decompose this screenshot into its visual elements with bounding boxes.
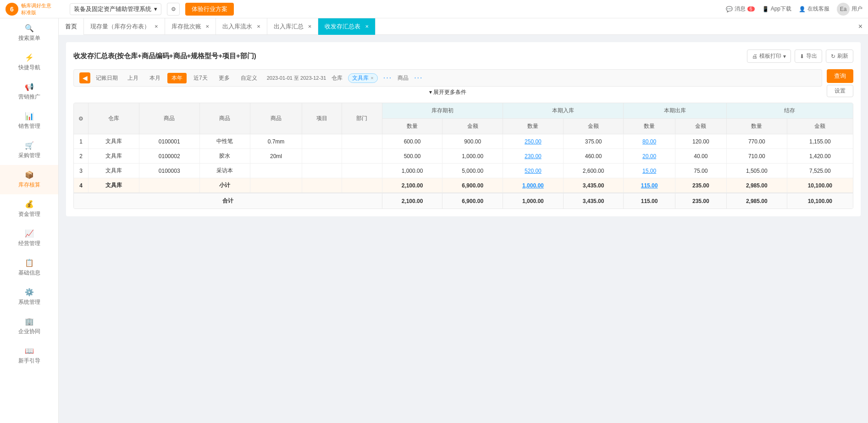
system-dropdown[interactable]: 装备及固定资产辅助管理系统 ▾ [70,3,161,15]
row-bal-amt: 7,525.00 [787,164,853,178]
tab-inout-summary-close[interactable]: × [308,23,312,30]
row-begin-amt: 900.00 [442,134,503,149]
sidebar-item-guide[interactable]: 📖 新手引导 [0,341,58,370]
row-out-amt: 40.00 [675,149,726,164]
tab-bar: 首页 现存量（库存分布表） × 库存批次账 × 出入库流水 × 出入库汇总 × … [59,18,868,35]
row-num: 4 [74,178,88,193]
th-dept: 部门 [342,103,382,134]
trial-button[interactable]: 体验行业方案 [185,3,234,16]
footer-out-qty: 115.00 [624,193,675,209]
tab-inout-flow[interactable]: 出入库流水 × [216,18,267,35]
th-out-qty: 数量 [624,119,675,134]
sidebar-label-quicknav: 快捷导航 [18,64,40,71]
tab-inventory-dist-close[interactable]: × [155,23,158,30]
sidebar-item-purchase[interactable]: 🛒 采购管理 [0,136,58,165]
filter-settings-btn[interactable]: 设置 [827,85,853,97]
date-btn-7days[interactable]: 近7天 [189,73,212,83]
export-btn[interactable]: ⬇ 导出 [795,49,822,63]
th-spec: 商品 [250,103,302,134]
row-in-qty[interactable]: 520.00 [503,164,564,178]
date-btn-this-year[interactable]: 本年 [167,73,187,83]
sidebar-item-basic-info[interactable]: 📋 基础信息 [0,253,58,282]
row-in-amt: 2,600.00 [563,164,624,178]
tab-batch-ledger[interactable]: 库存批次账 × [165,18,216,35]
th-bal-amt: 金额 [787,119,853,134]
table-settings-icon[interactable]: ⚙ [78,115,83,122]
sidebar-item-inventory[interactable]: 📦 库存核算 [0,165,58,194]
tab-receive-send-close[interactable]: × [365,23,369,30]
tab-inout-flow-close[interactable]: × [257,23,260,30]
sidebar-item-enterprise[interactable]: 🏢 企业协同 [0,312,58,341]
print-template-btn[interactable]: 🖨 模板打印 ▾ [747,49,791,63]
row-code: 0100002 [139,149,199,164]
date-btn-custom[interactable]: 自定义 [237,73,261,83]
footer-out-amt: 235.00 [675,193,726,209]
row-num: 3 [74,164,88,178]
date-btn-more[interactable]: 更多 [215,73,234,83]
row-bal-amt: 10,100.00 [787,178,853,193]
chevron-down-icon: ▾ [429,89,432,95]
row-in-qty[interactable]: 250.00 [503,134,564,149]
date-btn-this-month[interactable]: 本月 [145,73,165,83]
row-in-qty[interactable]: 230.00 [503,149,564,164]
date-label: 记账日期 [96,74,118,82]
gear-settings-btn[interactable]: ⚙ [167,3,180,16]
sidebar-item-quicknav[interactable]: ⚡ 快捷导航 [0,48,58,77]
goods-dots[interactable]: ··· [414,74,423,82]
date-btn-last-month[interactable]: 上月 [123,73,143,83]
sidebar-label-enterprise: 企业协同 [18,328,40,335]
row-in-qty[interactable]: 1,000.00 [503,178,564,193]
row-spec: 0.7mm [250,134,302,149]
th-in-amt: 金额 [563,119,624,134]
row-out-qty[interactable]: 20.00 [624,149,675,164]
logo-text: 畅库调好生意 标准版 [21,2,51,16]
sidebar-item-sales[interactable]: 📊 销售管理 [0,106,58,136]
th-settings: ⚙ [74,103,88,134]
sidebar-item-search[interactable]: 🔍 搜索菜单 [0,18,58,48]
service-icon: 👤 [799,6,806,12]
refresh-icon: ↻ [831,53,835,60]
tab-inventory-dist-label: 现存量（库存分布表） [90,22,150,31]
quicknav-icon: ⚡ [25,53,34,62]
tab-inout-summary[interactable]: 出入库汇总 × [267,18,319,35]
row-warehouse: 文具库 [88,164,139,178]
sidebar-item-operations[interactable]: 📈 经营管理 [0,224,58,253]
row-bal-qty: 2,985.00 [726,178,787,193]
row-dept [342,149,382,164]
row-out-qty[interactable]: 15.00 [624,164,675,178]
warehouse-tag-remove[interactable]: × [370,75,373,81]
refresh-btn[interactable]: ↻ 刷新 [826,49,853,63]
row-bal-qty: 710.00 [726,149,787,164]
app-download-btn[interactable]: 📱 App下载 [762,5,791,13]
query-btn[interactable]: 查询 [827,69,853,83]
row-warehouse: 文具库 [88,149,139,164]
tab-receive-send[interactable]: 收发存汇总表 × [318,18,376,35]
sidebar-item-marketing[interactable]: 📢 营销推广 [0,77,58,106]
online-service-btn[interactable]: 👤 在线客服 [799,5,829,13]
filter-toggle-btn[interactable]: ◀ [79,72,90,83]
date-range: 2023-01-01 至 2023-12-31 [267,75,326,82]
message-btn[interactable]: 💬 消息 6 [726,5,755,13]
sidebar-label-basicinfo: 基础信息 [18,269,40,277]
row-out-qty[interactable]: 80.00 [624,134,675,149]
th-group-out: 本期出库 [624,103,726,119]
th-project: 项目 [302,103,342,134]
page-content: 收发存汇总表(按仓库+商品编码+商品+规格型号+项目+部门) 🖨 模板打印 ▾ … [59,35,868,423]
tab-batch-ledger-close[interactable]: × [206,23,210,30]
expand-conditions-btn[interactable]: ▾ 展开更多条件 [429,88,466,96]
row-dept [342,134,382,149]
tab-bar-close-btn[interactable]: × [853,22,868,31]
sidebar-label-guide: 新手引导 [18,357,40,365]
row-in-amt: 460.00 [563,149,624,164]
warehouse-dots[interactable]: ··· [383,74,392,82]
footer-in-qty: 1,000.00 [503,193,564,209]
sidebar-item-finance[interactable]: 💰 资金管理 [0,194,58,224]
sidebar-item-system[interactable]: ⚙️ 系统管理 [0,282,58,312]
finance-icon: 💰 [25,200,34,209]
tab-inventory-dist[interactable]: 现存量（库存分布表） × [84,18,165,35]
row-out-qty[interactable]: 115.00 [624,178,675,193]
sidebar: 🔍 搜索菜单 ⚡ 快捷导航 📢 营销推广 📊 销售管理 🛒 采购管理 📦 库存核… [0,18,59,423]
user-area[interactable]: Ea 用户 [837,3,862,16]
row-out-amt: 75.00 [675,164,726,178]
tab-home[interactable]: 首页 [59,18,84,35]
